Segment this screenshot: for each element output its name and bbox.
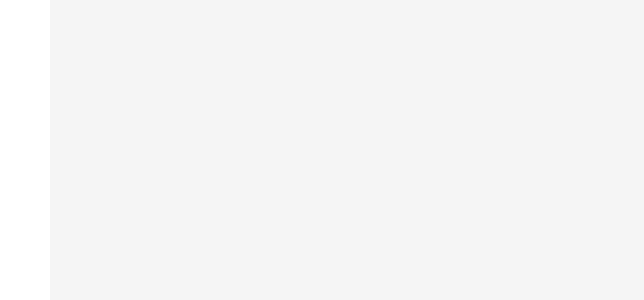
sidebar [0,0,50,300]
app-layout [0,0,644,300]
